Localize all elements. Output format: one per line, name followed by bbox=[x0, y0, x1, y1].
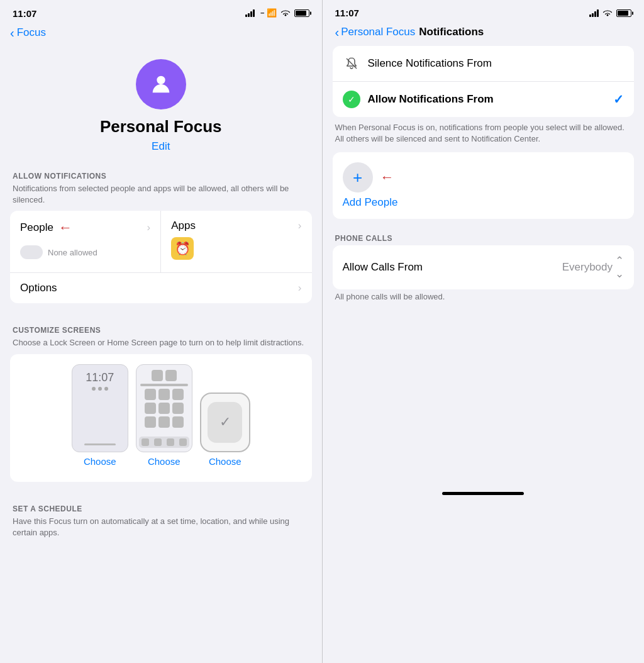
wifi-icon: ﹣📶 bbox=[258, 8, 277, 19]
page-title: Notifications bbox=[419, 26, 484, 38]
battery-icon-right bbox=[616, 9, 631, 17]
left-panel: 11:07 ﹣📶 ‹ Focus bbox=[0, 0, 322, 663]
time-right: 11:07 bbox=[335, 8, 359, 18]
set-schedule-header: SET A SCHEDULE bbox=[0, 492, 322, 516]
home-indicator bbox=[323, 482, 645, 504]
people-content: None allowed bbox=[20, 241, 150, 264]
people-apps-card: People ← › None allowed Apps › ⏰ bbox=[10, 211, 312, 303]
lock-dots bbox=[92, 387, 108, 391]
lock-screen-mockup: 11:07 bbox=[72, 364, 128, 452]
allow-row[interactable]: ✓ Allow Notifications From ✓ bbox=[333, 81, 635, 117]
watch-mockup: ✓ bbox=[200, 393, 250, 452]
selected-check-icon: ✓ bbox=[613, 92, 624, 107]
add-people-card: + ← Add People bbox=[333, 152, 635, 219]
wifi-icon-svg bbox=[280, 9, 291, 17]
calls-row[interactable]: Allow Calls From Everybody ⌃⌄ bbox=[333, 245, 635, 289]
screens-card: 11:07 Choose bbox=[10, 354, 312, 482]
lock-home-bar bbox=[84, 443, 116, 445]
options-label: Options bbox=[20, 282, 57, 294]
calls-row-value: Everybody ⌃⌄ bbox=[562, 254, 624, 281]
set-schedule-desc: Have this Focus turn on automatically at… bbox=[0, 516, 322, 543]
allow-checkmark-icon: ✓ bbox=[343, 91, 360, 108]
home-bar bbox=[442, 492, 524, 495]
back-label-left: Focus bbox=[17, 26, 46, 39]
lock-screen-item: 11:07 Choose bbox=[72, 364, 128, 467]
phone-calls-card: Allow Calls From Everybody ⌃⌄ bbox=[333, 245, 635, 289]
silence-bell-icon bbox=[343, 55, 360, 72]
choose-homescreen-btn[interactable]: Choose bbox=[148, 456, 180, 467]
hs-row-4 bbox=[140, 416, 188, 428]
profile-name: Personal Focus bbox=[100, 117, 222, 136]
silence-label: Silence Notifications From bbox=[368, 57, 625, 70]
status-bar-right: 11:07 bbox=[323, 0, 645, 23]
edit-link[interactable]: Edit bbox=[152, 140, 170, 153]
plus-icon: + bbox=[353, 169, 362, 186]
apps-label: Apps bbox=[171, 220, 196, 232]
signal-icon bbox=[245, 9, 255, 17]
apps-header: Apps › bbox=[171, 220, 301, 232]
calls-desc: All phone calls will be allowed. bbox=[323, 292, 645, 306]
back-nav-left[interactable]: ‹ Focus bbox=[0, 24, 322, 47]
wifi-icon-right bbox=[602, 9, 613, 17]
signal-icon-right bbox=[589, 9, 599, 17]
spacer bbox=[323, 306, 645, 482]
battery-icon bbox=[294, 9, 309, 17]
apps-col[interactable]: Apps › ⏰ bbox=[161, 211, 311, 272]
notif-options-card: Silence Notifications From ✓ Allow Notif… bbox=[333, 46, 635, 117]
lock-time: 11:07 bbox=[86, 371, 114, 384]
watch-item: ✓ Choose bbox=[200, 393, 250, 467]
red-arrow-add-icon: ← bbox=[380, 169, 394, 186]
screens-grid: 11:07 Choose bbox=[20, 364, 302, 467]
add-btn-circle[interactable]: + bbox=[343, 162, 373, 192]
status-bar-left: 11:07 ﹣📶 bbox=[0, 0, 322, 24]
people-col[interactable]: People ← › None allowed bbox=[10, 211, 161, 272]
people-label: People bbox=[20, 221, 53, 234]
status-icons-left: ﹣📶 bbox=[245, 8, 309, 19]
home-screen-item: Choose bbox=[136, 364, 192, 467]
right-panel-header: ‹ Personal Focus Notifications bbox=[323, 23, 645, 46]
red-arrow-people: ← bbox=[58, 220, 72, 236]
allow-notifications-desc: Notifications from selected people and a… bbox=[0, 183, 322, 211]
watch-check-icon: ✓ bbox=[219, 414, 231, 430]
updown-chevron-icon: ⌃⌄ bbox=[615, 254, 624, 281]
back-chevron-icon: ‹ bbox=[10, 26, 14, 39]
clock-app-icon: ⏰ bbox=[171, 237, 194, 260]
hs-row-1 bbox=[140, 370, 188, 381]
people-header: People ← › bbox=[20, 220, 150, 236]
choose-watch-btn[interactable]: Choose bbox=[209, 456, 242, 467]
allow-label: Allow Notifications From bbox=[368, 93, 606, 106]
allow-notifications-header: ALLOW NOTIFICATIONS bbox=[0, 159, 322, 183]
back-chevron-right-icon: ‹ bbox=[335, 26, 340, 38]
back-nav-right[interactable]: ‹ Personal Focus bbox=[335, 26, 416, 38]
silence-row[interactable]: Silence Notifications From bbox=[333, 46, 635, 81]
hs-dock bbox=[139, 437, 189, 448]
time-left: 11:07 bbox=[13, 8, 36, 19]
notif-desc: When Personal Focus is on, notifications… bbox=[323, 122, 645, 152]
hs-row-2 bbox=[140, 389, 188, 400]
profile-section: Personal Focus Edit bbox=[0, 47, 322, 159]
add-people-label[interactable]: Add People bbox=[343, 196, 398, 209]
apps-content: ⏰ bbox=[171, 237, 301, 260]
home-screen-mockup bbox=[136, 364, 192, 452]
choose-lockscreen-btn[interactable]: Choose bbox=[84, 456, 116, 467]
people-label-wrap: People ← bbox=[20, 220, 72, 236]
calls-row-label: Allow Calls From bbox=[343, 261, 423, 274]
status-icons-right bbox=[589, 9, 631, 17]
watch-face: ✓ bbox=[208, 402, 242, 443]
hs-bar-1 bbox=[140, 384, 188, 386]
customize-screens-header: CUSTOMIZE SCREENS bbox=[0, 313, 322, 337]
right-panel: 11:07 ‹ Personal Focus Notifications bbox=[323, 0, 645, 663]
back-label-right: Personal Focus bbox=[341, 26, 415, 38]
apps-chevron-icon: › bbox=[298, 220, 302, 232]
customize-screens-desc: Choose a Lock Screen or Home Screen page… bbox=[0, 337, 322, 354]
people-chevron-icon: › bbox=[147, 221, 151, 234]
options-row[interactable]: Options › bbox=[10, 272, 312, 303]
add-people-row: + ← bbox=[343, 162, 394, 192]
options-chevron-icon: › bbox=[298, 282, 302, 294]
people-apps-grid: People ← › None allowed Apps › ⏰ bbox=[10, 211, 312, 272]
avatar bbox=[136, 59, 186, 109]
phone-calls-section-label: PHONE CALLS bbox=[323, 224, 645, 245]
hs-row-3 bbox=[140, 403, 188, 414]
toggle-off-icon bbox=[20, 245, 43, 259]
person-icon bbox=[148, 72, 174, 97]
